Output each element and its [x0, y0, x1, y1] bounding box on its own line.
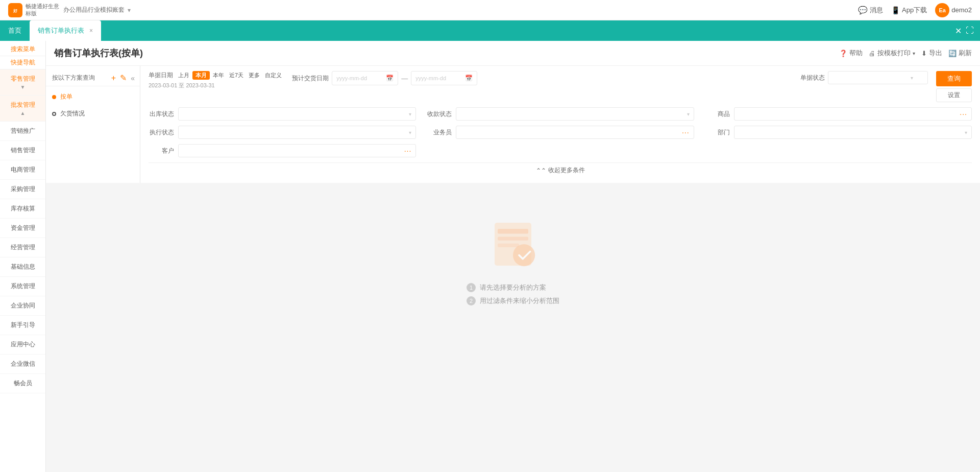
sub-nav-dot-inactive — [52, 112, 56, 116]
expected-date-to[interactable]: yyyy-mm-dd 📅 — [411, 71, 477, 85]
status-select-arrow: ▾ — [911, 75, 913, 81]
date-tab-7days[interactable]: 近7天 — [227, 71, 246, 80]
date-range-display: 2023-03-01 至 2023-03-31 — [149, 82, 284, 89]
sidebar-item-enterprise[interactable]: 企业协同 — [0, 296, 45, 316]
date-tab-thisyear[interactable]: 本年 — [211, 71, 226, 80]
left-panel-top: 按以下方案查询 + ✎ « — [46, 70, 140, 86]
tab-sales-order[interactable]: 销售订单执行表 × — [30, 20, 101, 41]
message-btn[interactable]: 💬 消息 — [858, 6, 883, 15]
settings-button[interactable]: 设置 — [936, 88, 972, 102]
sidebar-item-newguide[interactable]: 新手引导 — [0, 316, 45, 335]
help-btn[interactable]: ❓ 帮助 — [839, 49, 863, 58]
empty-illustration — [482, 214, 544, 275]
empty-step-2: 2 用过滤条件来缩小分析范围 — [467, 296, 559, 305]
avatar: Ea — [935, 3, 949, 17]
sidebar-item-retail[interactable]: 零售管理 ▼ — [0, 69, 45, 96]
sidebar-item-basic[interactable]: 基础信息 — [0, 257, 45, 277]
date-tab-more[interactable]: 更多 — [247, 71, 262, 80]
sidebar-item-label-sales: 销售管理 — [11, 146, 35, 155]
filter-row-4: 客户 ··· — [149, 144, 972, 157]
app-download-btn[interactable]: 📱 App下载 — [891, 6, 927, 15]
sidebar-item-label-wxwork: 企业微信 — [11, 360, 35, 368]
delivery-select[interactable]: ▾ — [178, 107, 416, 121]
filter-area: 按以下方案查询 + ✎ « 按单 欠货情况 — [46, 66, 980, 183]
chevron-down-icon: ▼ — [20, 84, 26, 90]
add-plan-btn[interactable]: + — [111, 74, 116, 83]
action-buttons: 查询 设置 — [936, 71, 972, 102]
chevron-up-icon: ▲ — [20, 110, 26, 116]
maximize-icon[interactable]: ⛶ — [966, 26, 974, 35]
sidebar-item-inventory[interactable]: 库存核算 — [0, 199, 45, 219]
expected-date-from[interactable]: yyyy-mm-dd 📅 — [332, 71, 398, 85]
svg-text:好: 好 — [13, 9, 18, 13]
collapse-panel-btn[interactable]: « — [131, 74, 135, 82]
dept-select[interactable]: ▾ — [734, 126, 972, 139]
filter-row-2: 出库状态 ▾ 收款状态 ▾ 商品 — [149, 107, 972, 121]
customer-filter: 客户 ··· — [149, 144, 416, 157]
sidebar-item-appcenter[interactable]: 应用中心 — [0, 335, 45, 355]
delivery-label: 出库状态 — [149, 110, 174, 119]
dept-arrow: ▾ — [965, 130, 967, 135]
sidebar-item-label-retail: 零售管理 — [11, 75, 35, 83]
logo-text: 畅捷通好生意 标版 — [26, 3, 59, 16]
status-select[interactable]: ▾ — [828, 71, 928, 84]
tab-bar-right: ✕ ⛶ — [955, 26, 980, 36]
sub-nav: 按单 欠货情况 — [46, 86, 140, 124]
sidebar-search[interactable]: 搜索菜单 — [0, 41, 45, 56]
tab-close-btn[interactable]: × — [89, 27, 93, 34]
query-button[interactable]: 查询 — [936, 71, 972, 86]
collapse-up-icon: ⌃⌃ — [536, 167, 546, 174]
sidebar-item-label-newguide: 新手引导 — [11, 321, 35, 329]
sub-nav-item-按单[interactable]: 按单 — [46, 88, 140, 105]
top-header: 好 畅捷通好生意 标版 办公用品行业模拟账套 ▾ 💬 消息 📱 App下载 Ea… — [0, 0, 980, 20]
close-window-icon[interactable]: ✕ — [955, 26, 962, 36]
sidebar-item-wholesale[interactable]: 批发管理 ▲ — [0, 96, 45, 122]
user-menu[interactable]: Ea demo2 — [935, 3, 972, 17]
sidebar-item-label-purchase: 采购管理 — [11, 185, 35, 194]
sidebar-item-ecommerce[interactable]: 电商管理 — [0, 160, 45, 180]
dept-filter: 部门 ▾ — [704, 126, 972, 139]
sub-nav-dot-active — [52, 95, 56, 99]
salesperson-dots-icon: ··· — [682, 128, 690, 136]
goods-label: 商品 — [704, 110, 730, 119]
exec-label: 执行状态 — [149, 128, 174, 137]
edit-plan-btn[interactable]: ✎ — [120, 73, 127, 83]
sidebar-item-marketing[interactable]: 营销推广 — [0, 122, 45, 141]
step-number-1: 1 — [467, 283, 476, 292]
sidebar-item-vip[interactable]: 畅会员 — [0, 374, 45, 393]
calendar-icon-from: 📅 — [386, 75, 394, 82]
customer-select[interactable]: ··· — [178, 144, 416, 157]
refresh-btn[interactable]: 🔄 刷新 — [948, 49, 972, 58]
collapse-filters-btn[interactable]: ⌃⌃ 收起更多条件 — [149, 162, 972, 178]
exec-select[interactable]: ▾ — [178, 126, 416, 139]
goods-select[interactable]: ··· — [734, 107, 972, 121]
sidebar-item-sales[interactable]: 销售管理 — [0, 141, 45, 160]
left-filter-panel: 按以下方案查询 + ✎ « 按单 欠货情况 — [46, 66, 140, 183]
dept-label: 部门 — [704, 128, 730, 137]
sidebar-item-wxwork[interactable]: 企业微信 — [0, 355, 45, 374]
sidebar-item-system[interactable]: 系统管理 — [0, 277, 45, 296]
sub-nav-item-欠货情况[interactable]: 欠货情况 — [46, 105, 140, 122]
salesperson-select[interactable]: ··· — [456, 126, 694, 139]
sidebar-item-finance[interactable]: 资金管理 — [0, 219, 45, 238]
breadcrumb[interactable]: 办公用品行业模拟账套 ▾ — [63, 6, 131, 14]
export-btn[interactable]: ⬇ 导出 — [921, 49, 942, 58]
tab-home[interactable]: 首页 — [0, 20, 30, 41]
sidebar-item-operations[interactable]: 经营管理 — [0, 238, 45, 257]
salesperson-filter: 业务员 ··· — [426, 126, 694, 139]
date-tab-lastmonth[interactable]: 上月 — [176, 71, 191, 80]
print-btn[interactable]: 🖨 按模板打印 ▾ — [869, 49, 915, 58]
date-tab-custom[interactable]: 自定义 — [263, 71, 284, 80]
payment-select[interactable]: ▾ — [456, 107, 694, 121]
payment-filter: 收款状态 ▾ — [426, 107, 694, 121]
sidebar-item-label-marketing: 营销推广 — [11, 127, 35, 135]
sidebar-quick-nav[interactable]: 快捷导航 — [0, 56, 45, 69]
svg-rect-5 — [498, 244, 519, 247]
sidebar-item-purchase[interactable]: 采购管理 — [0, 180, 45, 199]
date-label-row: 单据日期 上月 本月 本年 近7天 更多 自定义 — [149, 71, 284, 80]
empty-steps: 1 请先选择要分析的方案 2 用过滤条件来缩小分析范围 — [467, 283, 559, 305]
print-icon: 🖨 — [869, 50, 875, 57]
date-tab-thismonth[interactable]: 本月 — [192, 71, 210, 80]
expected-date-group: 预计交货日期 yyyy-mm-dd 📅 — yyyy-mm-dd 📅 — [292, 71, 792, 85]
payment-arrow: ▾ — [687, 111, 690, 117]
